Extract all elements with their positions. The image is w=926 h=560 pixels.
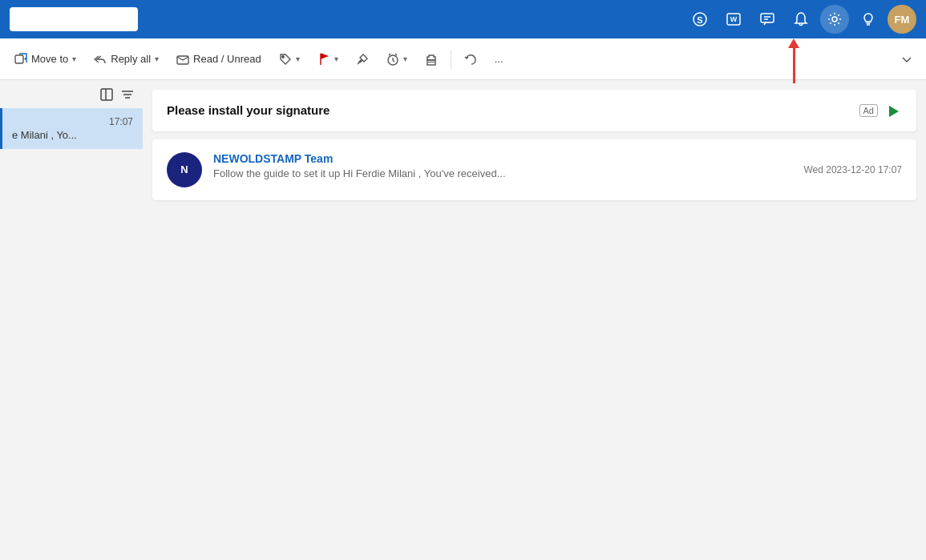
settings-indicator-arrow <box>788 38 799 83</box>
filter-icon[interactable] <box>120 87 135 102</box>
reply-all-label: Reply all <box>111 53 151 65</box>
email-sender-preview: e Milani , Yo... <box>12 129 133 141</box>
undo-button[interactable] <box>456 47 485 71</box>
list-header <box>0 80 143 108</box>
reading-pane-toggle-icon[interactable] <box>99 87 114 102</box>
toolbar-right <box>894 46 920 72</box>
email-list-item[interactable]: 17:07 e Milani , Yo... <box>0 108 143 149</box>
more-button[interactable]: ... <box>487 48 512 70</box>
read-unread-label: Read / Unread <box>193 53 261 65</box>
clock-icon <box>386 52 399 66</box>
arrow-head <box>788 38 799 48</box>
main-area: 17:07 e Milani , Yo... Please install yo… <box>0 80 926 560</box>
header-icons: S W <box>685 5 916 34</box>
tag-button[interactable]: ▾ <box>271 47 308 71</box>
flag-chevron-icon: ▾ <box>334 54 338 63</box>
more-label: ... <box>495 53 503 65</box>
email-list-panel: 17:07 e Milani , Yo... <box>0 80 143 560</box>
sender-initials: N <box>180 163 188 175</box>
arrow-line <box>793 48 795 83</box>
content-pane: Please install your signature Ad N NEWOL… <box>143 80 926 560</box>
move-to-chevron-icon: ▾ <box>72 54 76 63</box>
sender-name: NEWOLDSTAMP Team <box>213 152 792 165</box>
user-avatar[interactable]: FM <box>888 5 916 34</box>
email-subject: Please install your signature <box>167 103 330 117</box>
tag-chevron-icon: ▾ <box>296 54 300 63</box>
svg-rect-4 <box>761 14 774 22</box>
read-unread-button[interactable]: Read / Unread <box>168 47 269 71</box>
snooze-button[interactable]: ▾ <box>378 47 415 71</box>
subject-card: Please install your signature Ad <box>152 90 916 131</box>
svg-rect-17 <box>101 89 112 100</box>
email-preview-text: Follow the guide to set it up Hi Ferdie … <box>213 167 792 179</box>
undo-icon <box>464 52 477 66</box>
print-button[interactable] <box>417 47 446 71</box>
snooze-chevron-icon: ▾ <box>403 54 407 63</box>
ad-badge: Ad <box>859 104 878 117</box>
tag-icon <box>279 52 292 66</box>
move-to-label: Move to <box>31 53 68 65</box>
pin-button[interactable] <box>348 47 377 71</box>
reply-all-chevron-icon: ▾ <box>155 54 159 63</box>
reply-all-icon <box>94 52 107 66</box>
sender-avatar: N <box>167 152 202 187</box>
skype-icon[interactable]: S <box>685 5 714 34</box>
avatar-initials: FM <box>895 14 910 26</box>
flag-icon <box>317 52 330 66</box>
svg-text:W: W <box>730 15 738 23</box>
feedback-icon[interactable] <box>753 5 782 34</box>
flag-button[interactable]: ▾ <box>309 47 346 71</box>
email-date: Wed 2023-12-20 17:07 <box>803 164 902 175</box>
expand-button[interactable] <box>894 46 920 72</box>
svg-rect-16 <box>428 62 435 62</box>
lightbulb-icon[interactable] <box>854 5 883 34</box>
read-unread-icon <box>176 52 189 66</box>
play-button[interactable] <box>884 101 902 120</box>
svg-point-7 <box>832 17 837 22</box>
settings-icon[interactable] <box>820 5 849 34</box>
pin-icon <box>356 52 369 66</box>
svg-point-12 <box>281 56 283 58</box>
toolbar: Move to ▾ Reply all ▾ Read / Unread <box>0 38 926 80</box>
search-input[interactable] <box>10 7 138 31</box>
svg-rect-10 <box>15 55 23 63</box>
move-to-icon <box>14 52 27 66</box>
subject-card-right: Ad <box>859 101 902 120</box>
svg-marker-22 <box>889 106 899 117</box>
reply-all-button[interactable]: Reply all ▾ <box>86 47 167 71</box>
email-body-content: NEWOLDSTAMP Team Follow the guide to set… <box>213 152 792 179</box>
header-bar: S W <box>0 0 926 38</box>
print-icon <box>425 52 438 66</box>
bell-icon[interactable] <box>786 5 815 34</box>
email-card[interactable]: N NEWOLDSTAMP Team Follow the guide to s… <box>152 139 916 200</box>
office-icon[interactable]: W <box>719 5 748 34</box>
toolbar-divider <box>451 50 451 69</box>
email-time: 17:07 <box>12 116 133 127</box>
svg-text:S: S <box>697 15 702 25</box>
move-to-button[interactable]: Move to ▾ <box>6 47 84 71</box>
